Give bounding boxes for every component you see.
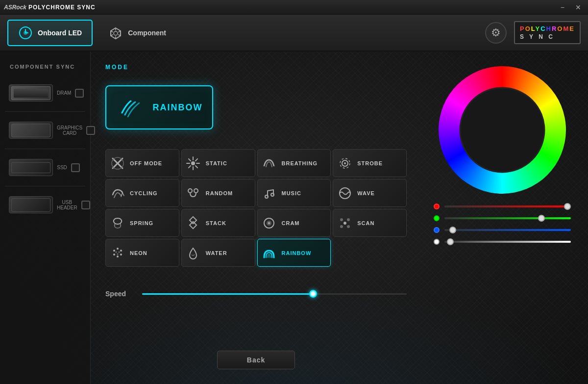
mode-btn-wave[interactable]: WAVE [333, 179, 407, 207]
mode-btn-strobe[interactable]: STROBE [333, 149, 407, 177]
cram-label: CRAM [282, 220, 300, 226]
sidebar-item-dram[interactable]: DRAM [5, 79, 85, 106]
cycling-label: CYCLING [130, 190, 158, 196]
color-wheel[interactable] [439, 66, 566, 194]
green-slider[interactable] [444, 217, 571, 219]
usb-chip [11, 198, 50, 212]
cycling-icon [109, 184, 126, 202]
dram-sync-toggle[interactable] [75, 89, 84, 98]
svg-point-26 [194, 189, 198, 193]
selected-mode-name: RAINBOW [153, 102, 203, 113]
selected-mode-card[interactable]: RAINBOW [105, 85, 213, 129]
mode-btn-off[interactable]: OFF MODE [105, 149, 179, 177]
tab-onboard-led[interactable]: Onboard LED [7, 20, 93, 46]
svg-point-13 [191, 161, 195, 165]
red-slider[interactable] [444, 205, 571, 207]
main-background: Onboard LED Component ⚙ [0, 15, 588, 384]
component-label: Component [128, 29, 166, 37]
tab-component[interactable]: Component [98, 20, 177, 46]
window-controls: − ✕ [558, 2, 584, 12]
gpu-icon [9, 122, 53, 139]
neon-icon [109, 244, 126, 261]
gpu-chip [11, 124, 50, 137]
onboard-led-label: Onboard LED [38, 29, 82, 37]
spring-label: SPRING [130, 220, 153, 226]
svg-point-36 [268, 222, 270, 224]
close-button[interactable]: ✕ [572, 2, 584, 12]
blue-slider[interactable] [444, 229, 571, 231]
onboard-led-icon [18, 26, 33, 40]
static-label: STATIC [206, 160, 227, 166]
ssd-sync-toggle[interactable] [71, 163, 80, 172]
mode-grid: OFF MODE [105, 149, 407, 267]
speed-slider-wrap [142, 289, 407, 299]
rainbow-icon [261, 244, 278, 261]
sidebar-item-usb[interactable]: USB HEADER [5, 191, 85, 218]
speed-label: Speed [105, 290, 132, 298]
mode-btn-breathing[interactable]: BREATHING [257, 149, 331, 177]
off-mode-label: OFF MODE [130, 160, 162, 166]
svg-point-31 [340, 188, 350, 199]
sidebar-item-gpu[interactable]: GRAPHICS CARD [5, 117, 85, 144]
static-icon [185, 154, 202, 172]
cram-icon [261, 214, 278, 231]
water-icon [185, 244, 202, 261]
selected-mode-icon [116, 93, 146, 122]
mode-btn-static[interactable]: STATIC [181, 149, 255, 177]
mode-btn-neon[interactable]: NEON [105, 239, 179, 267]
speed-row: Speed [105, 286, 407, 301]
sync-text: S Y N C [520, 33, 575, 40]
sidebar-item-ssd[interactable]: SSD [5, 154, 85, 181]
svg-point-38 [347, 218, 350, 221]
svg-point-40 [340, 225, 343, 228]
svg-point-45 [120, 254, 122, 256]
svg-point-3 [114, 31, 118, 35]
speed-slider[interactable] [142, 293, 407, 295]
mode-btn-cycling[interactable]: CYCLING [105, 179, 179, 207]
back-button[interactable]: Back [217, 351, 295, 369]
sidebar-title: COMPONENT SYNC [5, 61, 85, 77]
svg-line-20 [196, 158, 197, 160]
red-slider-row [434, 204, 571, 209]
svg-point-29 [265, 195, 268, 198]
color-wheel-wrap[interactable] [439, 66, 566, 194]
settings-button[interactable]: ⚙ [485, 22, 507, 44]
mode-btn-stack[interactable]: STACK [181, 209, 255, 237]
music-icon [261, 184, 278, 202]
strobe-icon [336, 154, 353, 172]
title-bar: ASRock POLYCHROME SYNC − ✕ [0, 0, 588, 15]
mode-btn-water[interactable]: WATER [181, 239, 255, 267]
random-label: RANDOM [206, 190, 233, 196]
sidebar-divider-2 [5, 149, 85, 149]
ssd-chip [11, 162, 50, 173]
mode-btn-music[interactable]: MUSIC [257, 179, 331, 207]
svg-point-39 [343, 222, 346, 225]
content-area: COMPONENT SYNC DRAM GRAPHICS CARD [0, 51, 588, 384]
mode-section-label: MODE [105, 64, 407, 71]
white-dot [434, 239, 440, 245]
polychrome-text: POLYCHROME [520, 25, 575, 32]
white-slider[interactable] [444, 241, 571, 243]
spring-icon [109, 214, 126, 231]
breathing-icon [261, 154, 278, 172]
poly-text: POLYCHROME SYNC [28, 4, 96, 11]
scan-icon [336, 214, 353, 231]
mode-btn-spring[interactable]: SPRING [105, 209, 179, 237]
usb-sync-toggle[interactable] [81, 201, 90, 209]
mode-btn-cram[interactable]: CRAM [257, 209, 331, 237]
sidebar: COMPONENT SYNC DRAM GRAPHICS CARD [0, 51, 91, 384]
svg-point-42 [113, 250, 115, 252]
mode-btn-scan[interactable]: SCAN [333, 209, 407, 237]
mode-btn-random[interactable]: RANDOM [181, 179, 255, 207]
stack-label: STACK [206, 220, 226, 226]
svg-rect-33 [190, 221, 196, 228]
mode-btn-rainbow[interactable]: RAINBOW [257, 239, 331, 267]
right-panel [421, 51, 588, 384]
main-panel: MODE RAINBOW [91, 51, 421, 384]
minimize-button[interactable]: − [558, 2, 567, 12]
dram-label: DRAM [57, 90, 71, 96]
svg-point-47 [113, 254, 115, 256]
component-icon [108, 26, 123, 40]
breathing-label: BREATHING [282, 160, 318, 166]
water-label: WATER [206, 250, 227, 256]
